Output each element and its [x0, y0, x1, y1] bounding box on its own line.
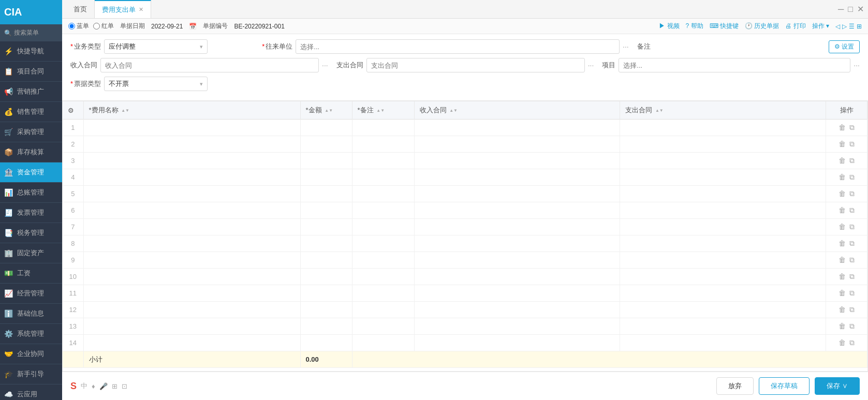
- row-expense-name[interactable]: [83, 318, 300, 335]
- win-maximize[interactable]: □: [848, 5, 853, 14]
- row-income-contract[interactable]: [414, 202, 620, 219]
- sidebar-item-fixed-assets[interactable]: 🏢固定资产: [0, 243, 62, 263]
- abandon-btn[interactable]: 放弃: [716, 377, 754, 395]
- row-expense-name[interactable]: [83, 202, 300, 219]
- biz-type-input[interactable]: 应付调整 ▾: [104, 39, 208, 54]
- list-view-btn[interactable]: ☰: [849, 23, 855, 30]
- row-delete-btn[interactable]: 🗑: [837, 221, 847, 232]
- col-amount[interactable]: *金额 ▲▼: [300, 101, 352, 120]
- operations-btn[interactable]: 操作 ▾: [812, 22, 829, 31]
- row-note[interactable]: [352, 120, 414, 136]
- win-close[interactable]: ✕: [857, 4, 864, 14]
- grid-view-btn[interactable]: ⊞: [857, 23, 862, 30]
- row-expense-contract[interactable]: [620, 335, 826, 351]
- row-income-contract[interactable]: [414, 252, 620, 269]
- col-income-contract[interactable]: 收入合同 ▲▼: [414, 101, 620, 120]
- sort-expense-name[interactable]: ▲▼: [121, 108, 129, 113]
- row-expense-name[interactable]: [83, 269, 300, 285]
- row-copy-btn[interactable]: ⧉: [848, 122, 856, 133]
- row-note[interactable]: [352, 202, 414, 219]
- row-income-contract[interactable]: [414, 285, 620, 302]
- row-expense-name[interactable]: [83, 285, 300, 302]
- row-expense-name[interactable]: [83, 235, 300, 252]
- row-expense-name[interactable]: [83, 120, 300, 136]
- row-note[interactable]: [352, 302, 414, 318]
- row-expense-contract[interactable]: [620, 269, 826, 285]
- row-amount[interactable]: [300, 252, 352, 269]
- row-expense-name[interactable]: [83, 335, 300, 351]
- row-income-contract[interactable]: [414, 120, 620, 136]
- shortcut-btn[interactable]: ⌨ 快捷键: [710, 22, 739, 31]
- expense-contract-input[interactable]: [366, 58, 585, 72]
- video-btn[interactable]: ▶ 视频: [659, 22, 679, 31]
- row-delete-btn[interactable]: 🗑: [837, 271, 847, 282]
- row-amount[interactable]: [300, 318, 352, 335]
- row-income-contract[interactable]: [414, 219, 620, 235]
- row-amount[interactable]: [300, 136, 352, 153]
- row-expense-contract[interactable]: [620, 120, 826, 136]
- blue-bill-radio[interactable]: 蓝单: [68, 22, 89, 31]
- sidebar-search[interactable]: 🔍 搜索菜单: [0, 24, 62, 41]
- income-contract-more[interactable]: ···: [322, 61, 328, 69]
- sort-note[interactable]: ▲▼: [376, 108, 385, 113]
- row-delete-btn[interactable]: 🗑: [837, 321, 847, 331]
- sidebar-item-system[interactable]: ⚙️系统管理: [0, 324, 62, 344]
- row-note[interactable]: [352, 186, 414, 202]
- nav-right-btn[interactable]: ▷: [842, 23, 847, 30]
- row-note[interactable]: [352, 235, 414, 252]
- sidebar-item-quick-nav[interactable]: ⚡快捷导航: [0, 41, 62, 62]
- row-amount[interactable]: [300, 169, 352, 186]
- row-income-contract[interactable]: [414, 153, 620, 169]
- date-value[interactable]: 2022-09-21: [151, 23, 183, 30]
- row-note[interactable]: [352, 136, 414, 153]
- row-note[interactable]: [352, 335, 414, 351]
- row-expense-name[interactable]: [83, 136, 300, 153]
- row-expense-name[interactable]: [83, 153, 300, 169]
- row-delete-btn[interactable]: 🗑: [837, 238, 847, 248]
- win-minimize[interactable]: ─: [838, 5, 844, 14]
- sidebar-item-invoice[interactable]: 🧾发票管理: [0, 203, 62, 223]
- row-note[interactable]: [352, 318, 414, 335]
- row-note[interactable]: [352, 219, 414, 235]
- sidebar-item-new-user[interactable]: 🎓新手引导: [0, 364, 62, 384]
- row-delete-btn[interactable]: 🗑: [837, 304, 847, 315]
- row-amount[interactable]: [300, 153, 352, 169]
- row-expense-contract[interactable]: [620, 285, 826, 302]
- row-amount[interactable]: [300, 186, 352, 202]
- row-delete-btn[interactable]: 🗑: [837, 122, 847, 132]
- row-expense-contract[interactable]: [620, 302, 826, 318]
- sidebar-item-enterprise[interactable]: 🤝企业协同: [0, 344, 62, 364]
- row-amount[interactable]: [300, 202, 352, 219]
- row-note[interactable]: [352, 153, 414, 169]
- footer-icon-4[interactable]: ⊞: [112, 382, 117, 390]
- row-copy-btn[interactable]: ⧉: [848, 221, 856, 232]
- row-expense-contract[interactable]: [620, 252, 826, 269]
- row-expense-name[interactable]: [83, 252, 300, 269]
- expense-contract-more[interactable]: ···: [588, 61, 594, 69]
- row-expense-contract[interactable]: [620, 235, 826, 252]
- sidebar-item-capital[interactable]: 🏦资金管理: [0, 162, 62, 183]
- project-input[interactable]: [619, 58, 850, 72]
- row-note[interactable]: [352, 252, 414, 269]
- row-copy-btn[interactable]: ⧉: [848, 271, 856, 282]
- row-amount[interactable]: [300, 285, 352, 302]
- sidebar-item-sales[interactable]: 💰销售管理: [0, 102, 62, 122]
- sort-expense[interactable]: ▲▼: [655, 108, 664, 113]
- row-delete-btn[interactable]: 🗑: [837, 205, 847, 215]
- row-delete-btn[interactable]: 🗑: [837, 155, 847, 166]
- save-draft-btn[interactable]: 保存草稿: [759, 377, 810, 395]
- income-contract-input[interactable]: [100, 58, 319, 72]
- row-amount[interactable]: [300, 335, 352, 351]
- row-expense-name[interactable]: [83, 219, 300, 235]
- row-expense-name[interactable]: [83, 186, 300, 202]
- row-delete-btn[interactable]: 🗑: [837, 255, 847, 265]
- row-expense-contract[interactable]: [620, 153, 826, 169]
- row-copy-btn[interactable]: ⧉: [848, 321, 856, 332]
- counterpart-input[interactable]: [296, 39, 620, 54]
- footer-icon-1[interactable]: 中: [81, 381, 87, 391]
- sort-amount[interactable]: ▲▼: [325, 108, 333, 113]
- tab-expense-close[interactable]: ✕: [139, 6, 143, 13]
- sidebar-item-project-contract[interactable]: 📋项目合同: [0, 62, 62, 82]
- tab-home[interactable]: 首页: [66, 0, 95, 18]
- row-copy-btn[interactable]: ⧉: [848, 139, 856, 150]
